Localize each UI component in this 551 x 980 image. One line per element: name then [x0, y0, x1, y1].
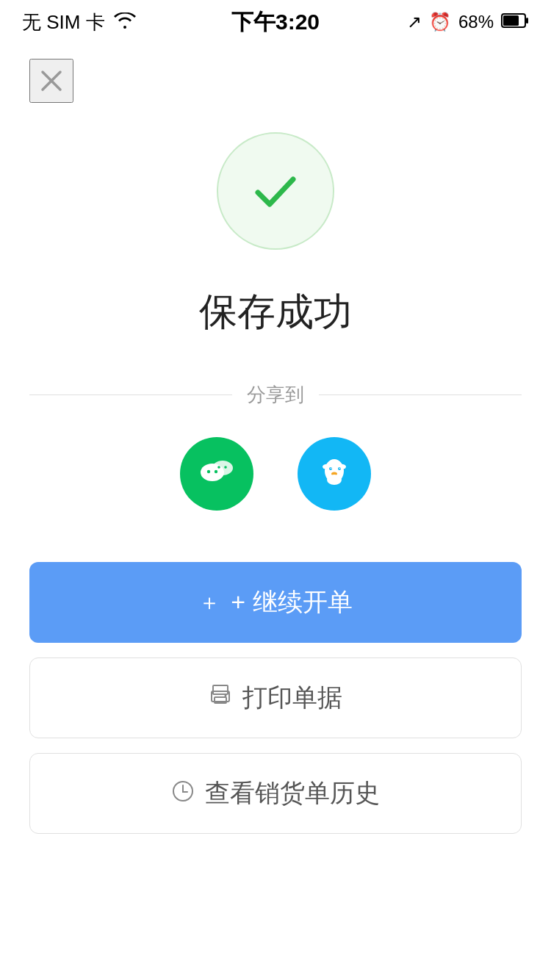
qq-share-button[interactable]: [298, 437, 371, 511]
share-icons-row: [180, 437, 371, 511]
continue-button[interactable]: ＋ + 继续开单: [29, 562, 522, 643]
close-button[interactable]: [29, 59, 73, 103]
history-label: 查看销货单历史: [205, 777, 380, 810]
print-button[interactable]: 打印单据: [29, 657, 522, 738]
svg-point-8: [215, 470, 217, 473]
share-label: 分享到: [247, 382, 304, 408]
location-icon: ↗: [407, 12, 422, 32]
svg-rect-22: [213, 685, 228, 694]
status-right: ↗ ⏰ 68%: [407, 12, 529, 32]
svg-point-17: [339, 468, 341, 469]
svg-point-16: [331, 468, 332, 469]
alarm-icon: ⏰: [429, 12, 451, 32]
print-label: 打印单据: [242, 681, 342, 715]
sim-text: 无 SIM 卡: [22, 10, 105, 35]
battery-text: 68%: [458, 12, 494, 32]
status-time: 下午3:20: [231, 7, 320, 37]
svg-rect-2: [526, 18, 528, 24]
battery-icon: [501, 12, 529, 32]
wifi-icon: [114, 11, 136, 34]
continue-label: + 继续开单: [231, 586, 352, 619]
share-divider: 分享到: [29, 382, 522, 408]
svg-point-7: [207, 470, 210, 473]
svg-point-25: [225, 694, 227, 696]
divider-left: [29, 394, 232, 395]
print-icon: [209, 684, 232, 713]
svg-point-9: [217, 466, 220, 469]
success-title: 保存成功: [199, 287, 352, 338]
main-content: 保存成功 分享到: [0, 44, 551, 878]
status-bar: 无 SIM 卡 下午3:20 ↗ ⏰ 68%: [0, 0, 551, 44]
history-icon: [171, 779, 195, 808]
success-icon-circle: [217, 132, 334, 250]
plus-icon: ＋: [198, 588, 220, 618]
divider-right: [319, 394, 522, 395]
svg-point-10: [224, 466, 227, 469]
status-left: 无 SIM 卡: [22, 10, 136, 35]
svg-point-19: [327, 475, 342, 485]
history-button[interactable]: 查看销货单历史: [29, 753, 522, 834]
svg-rect-1: [503, 15, 519, 26]
wechat-share-button[interactable]: [180, 437, 253, 511]
